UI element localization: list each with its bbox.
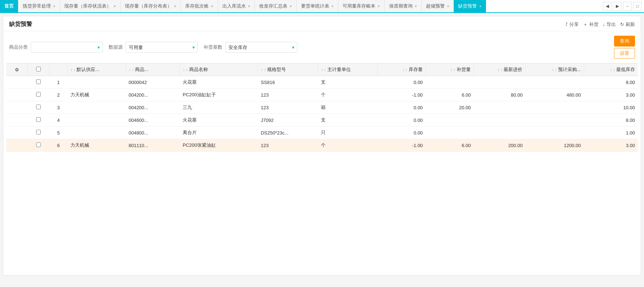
row-minstock: 1.00 [584, 127, 638, 139]
row-supplier [68, 101, 126, 114]
row-index: 1 [49, 76, 68, 89]
tab-home[interactable]: 首页 [0, 0, 18, 13]
row-stock: 0.00 [378, 114, 426, 127]
row-supplier [68, 76, 126, 89]
row-code: 004800... [126, 127, 180, 139]
row-price [474, 101, 525, 114]
row-settings[interactable] [6, 76, 28, 89]
row-stock: -1.00 [378, 89, 426, 101]
refresh-button[interactable]: ↻ 刷新 [620, 21, 635, 28]
datasource-filter-group: 数据源 可用量 库存量 ▾ [109, 42, 198, 53]
row-code: 801110... [126, 139, 180, 152]
row-unit: 支 [318, 114, 378, 127]
sort-spec-icon: ↕ [264, 67, 267, 72]
tab-close-t10[interactable]: × [447, 4, 449, 8]
col-header-index [49, 63, 68, 76]
row-checkbox[interactable] [36, 130, 41, 134]
category-filter-group: 商品分类 ▾ [9, 42, 103, 53]
col-header-spec[interactable]: ↕ 规格型号 [258, 63, 318, 76]
tab-t7[interactable]: 要货单统计表 × [297, 0, 338, 13]
query-button[interactable]: 查询 [614, 36, 635, 47]
row-checkbox[interactable] [36, 105, 41, 109]
tab-close-t2[interactable]: × [113, 4, 116, 8]
data-table: ⚙ ↕ 默认供应... ↕ 商品... ↕ 商品名称 [6, 63, 638, 152]
col-header-name[interactable]: ↕ 商品名称 [180, 63, 258, 76]
sort-code-icon: ↕ [132, 67, 135, 72]
col-header-code[interactable]: ↕ 商品... [126, 63, 180, 76]
row-checkbox-cell[interactable] [28, 114, 49, 127]
row-checkbox-cell[interactable] [28, 139, 49, 152]
col-header-estimate[interactable]: ↕ 预计采购... [526, 63, 584, 76]
tab-close-t11[interactable]: × [479, 4, 481, 8]
row-minstock: 3.00 [584, 139, 638, 152]
tab-close-t6[interactable]: × [290, 4, 292, 8]
row-name: PC200张紧油缸 [180, 139, 258, 152]
col-header-stock[interactable]: ↕ 库存量 [378, 63, 426, 76]
row-checkbox[interactable] [36, 142, 41, 147]
supply-button[interactable]: ＋ 补货 [583, 21, 599, 28]
tab-maximize-button[interactable]: □ [633, 2, 642, 10]
tab-t4[interactable]: 库存批次账 × [181, 0, 218, 13]
supply-icon: ＋ [583, 21, 588, 28]
row-price [474, 127, 525, 139]
share-button[interactable]: ⤴ 分享 [565, 21, 579, 28]
datasource-select[interactable]: 可用量 库存量 [126, 42, 198, 53]
tab-next-button[interactable]: ▶ [613, 2, 622, 10]
tab-close-t8[interactable]: × [378, 4, 380, 8]
row-index: 5 [49, 127, 68, 139]
row-index: 6 [49, 139, 68, 152]
tab-close-t5[interactable]: × [248, 4, 250, 8]
row-code: 004200... [126, 101, 180, 114]
row-code: 004200... [126, 89, 180, 101]
row-settings[interactable] [6, 139, 28, 152]
select-all-checkbox[interactable] [36, 67, 41, 71]
row-estimate [526, 127, 584, 139]
col-header-settings[interactable]: ⚙ [6, 63, 28, 76]
row-checkbox[interactable] [36, 117, 41, 122]
col-header-checkbox[interactable] [28, 63, 49, 76]
export-button[interactable]: ↓ 导出 [603, 21, 616, 28]
tab-t8[interactable]: 可用量库存账本 × [338, 0, 384, 13]
datasource-select-wrapper: 可用量 库存量 ▾ [126, 42, 198, 53]
tab-close-t9[interactable]: × [415, 4, 417, 8]
tab-close-t4[interactable]: × [211, 4, 213, 8]
col-header-supplier[interactable]: ↕ 默认供应... [68, 63, 126, 76]
tab-t1[interactable]: 拣货异常处理 × [18, 0, 60, 13]
col-header-unit[interactable]: ↕ 主计量单位 [318, 63, 378, 76]
settings-gear-icon[interactable]: ⚙ [9, 67, 25, 72]
row-settings[interactable] [6, 101, 28, 114]
row-checkbox-cell[interactable] [28, 76, 49, 89]
row-checkbox[interactable] [36, 92, 41, 97]
tab-minimize-button[interactable]: － [623, 2, 632, 10]
tab-t10[interactable]: 超储预警 × [422, 0, 454, 13]
row-checkbox-cell[interactable] [28, 89, 49, 101]
row-checkbox[interactable] [36, 79, 41, 84]
tab-close-t3[interactable]: × [174, 4, 176, 8]
sort-name-icon: ↕ [186, 67, 189, 72]
tab-t3[interactable]: 现存量（库存分布表） × [121, 0, 181, 13]
col-header-supply[interactable]: ↕ 补货量 [426, 63, 474, 76]
supply-base-select[interactable]: 安全库存 最低库存 [225, 42, 297, 53]
row-minstock: 3.00 [584, 89, 638, 101]
col-header-minstock[interactable]: ↕ 最低库存 [584, 63, 638, 76]
row-stock: 0.00 [378, 101, 426, 114]
tab-close-t1[interactable]: × [53, 4, 55, 8]
tab-t9[interactable]: 保质期查询 × [385, 0, 422, 13]
row-settings[interactable] [6, 127, 28, 139]
tab-close-t7[interactable]: × [331, 4, 334, 8]
row-checkbox-cell[interactable] [28, 101, 49, 114]
table-wrapper: ⚙ ↕ 默认供应... ↕ 商品... ↕ 商品名称 [3, 63, 641, 155]
category-select[interactable] [31, 42, 103, 53]
row-supplier: 力天机械 [68, 89, 126, 101]
tab-t2[interactable]: 现存量（库存状况表） × [60, 0, 120, 13]
tab-t6[interactable]: 收发存汇总表 × [255, 0, 296, 13]
tab-t5[interactable]: 出入库流水 × [218, 0, 255, 13]
col-header-price[interactable]: ↕ 最新进价 [474, 63, 525, 76]
row-settings[interactable] [6, 114, 28, 127]
row-settings[interactable] [6, 89, 28, 101]
row-checkbox-cell[interactable] [28, 127, 49, 139]
tab-t11[interactable]: 缺货预警 × [454, 0, 486, 13]
tab-prev-button[interactable]: ◀ [603, 2, 612, 10]
setting-button[interactable]: 设置 [614, 48, 635, 59]
row-spec: J7092 [258, 114, 318, 127]
